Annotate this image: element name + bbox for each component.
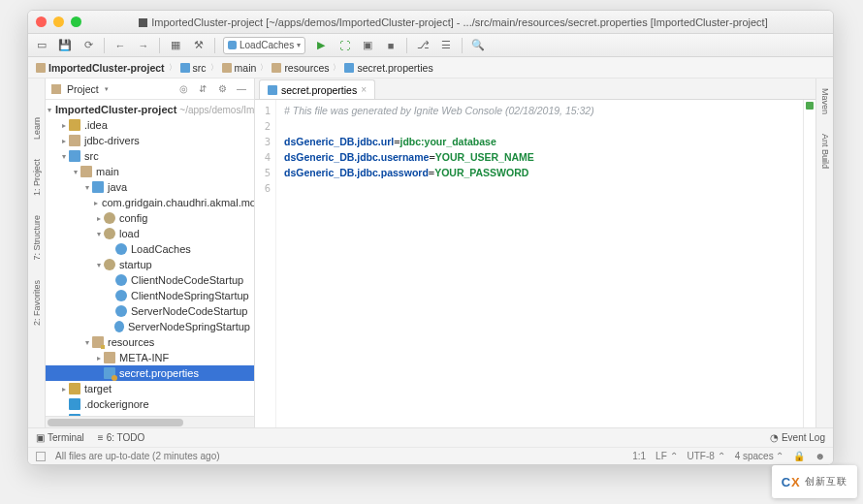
tree-load[interactable]: ▾load [46,226,254,241]
run-config-combo[interactable]: LoadCaches ▾ [223,37,305,54]
crumb-main[interactable]: main [222,62,257,74]
crumb-project[interactable]: ImportedCluster-project [36,62,165,74]
titlebar: ImportedCluster-project [~/apps/demos/Im… [28,11,833,34]
search-icon[interactable]: 🔍 [470,38,486,53]
main-toolbar: ▭ 💾 ⟳ ← → ▦ ⚒ LoadCaches ▾ ▶ ⛶ ▣ ■ ⎇ ☰ 🔍 [28,34,833,57]
window-title: ImportedCluster-project [~/apps/demos/Im… [81,16,825,28]
tree-src[interactable]: ▾src [46,148,254,164]
tree-secret[interactable]: secret.properties [46,365,254,381]
tree-startup[interactable]: ▾startup [46,257,254,272]
minimize-window-button[interactable] [53,16,64,27]
scrollbar-thumb[interactable] [48,419,183,426]
tree-jdbc[interactable]: ▸jdbc-drivers [46,133,254,148]
chevron-down-icon: ▾ [297,41,301,49]
sync-icon[interactable]: ⟳ [80,38,96,53]
tab-eventlog[interactable]: ◔ Event Log [770,432,825,443]
tab-maven[interactable]: Maven [820,88,830,114]
tree-dockerignore[interactable]: .dockerignore [46,396,254,412]
left-toolwindow-bar: Learn 1: Project 7: Structure 2: Favorit… [28,79,46,427]
tree-idea[interactable]: ▸.idea [46,117,254,133]
gear-icon[interactable]: ⚙ [215,83,229,94]
tree-java[interactable]: ▾java [46,179,254,195]
hammer-icon[interactable]: ⚒ [191,38,207,53]
right-toolwindow-bar: Maven Ant Build [815,79,833,427]
crumb-file[interactable]: secret.properties [344,62,432,74]
tab-project[interactable]: 1: Project [32,159,42,196]
runconfig-icon [228,41,237,49]
editor-tabs: secret.properties × [255,79,815,100]
tree-pkg[interactable]: ▸com.gridgain.chaudhri.akmal.model [46,195,254,210]
status-bar: All files are up-to-date (2 minutes ago)… [28,447,833,464]
folder-icon [36,63,46,73]
panel-title: Project [67,83,99,95]
zoom-window-button[interactable] [71,16,81,27]
vcs-icon[interactable]: ⎇ [415,38,431,53]
code-area[interactable]: # This file was generated by Ignite Web … [276,100,804,427]
tree-target[interactable]: ▸target [46,381,254,396]
tree-resources[interactable]: ▾resources [46,334,254,350]
breadcrumb: ImportedCluster-project 〉 src 〉 main 〉 r… [28,57,833,79]
watermark: CX 创新互联 [772,465,857,498]
save-icon[interactable]: 💾 [57,38,73,53]
bottom-toolwindow-bar: ▣ Terminal ≡ 6: TODO ◔ Event Log [28,427,833,447]
tab-todo[interactable]: ≡ 6: TODO [98,432,145,443]
status-encoding[interactable]: UTF-8 ⌃ [687,451,725,461]
run-config-label: LoadCaches [240,40,294,50]
crumb-resources[interactable]: resources [272,62,329,74]
debug-icon[interactable]: ⛶ [336,38,352,53]
folder-icon [51,84,61,94]
structure-icon[interactable]: ☰ [438,38,454,53]
tab-terminal[interactable]: ▣ Terminal [36,432,84,443]
folder-icon [222,63,232,73]
target-icon[interactable]: ◎ [176,83,190,94]
build-icon[interactable]: ▦ [168,38,183,53]
status-message: All files are up-to-date (2 minutes ago) [55,451,220,461]
tab-structure[interactable]: 7: Structure [32,215,42,261]
properties-icon [344,63,354,73]
editor-tab-secret[interactable]: secret.properties × [259,79,375,99]
back-icon[interactable]: ← [112,38,128,53]
tab-ant[interactable]: Ant Build [820,134,830,169]
analysis-ok-icon [806,102,814,110]
tree-main[interactable]: ▾main [46,164,254,179]
run-dashboard-icon[interactable]: ▣ [360,38,375,53]
run-icon[interactable]: ▶ [313,38,329,53]
status-indent[interactable]: 4 spaces ⌃ [735,451,784,461]
tree-s1[interactable]: ClientNodeCodeStartup [46,272,254,288]
project-icon [139,18,147,27]
tree-root[interactable]: ▾ImportedCluster-project~/apps/demos/Imp… [46,102,254,117]
tab-label: secret.properties [281,84,357,96]
tree-config[interactable]: ▸config [46,210,254,226]
open-icon[interactable]: ▭ [34,38,49,53]
properties-icon [268,85,277,95]
stop-icon[interactable]: ■ [383,38,399,53]
hector-icon[interactable]: ☻ [815,451,825,461]
folder-icon [180,63,190,73]
tab-learn[interactable]: Learn [32,117,42,140]
project-panel: Project ▾ ◎ ⇵ ⚙ — ▾ImportedCluster-proje… [46,79,255,427]
editor: secret.properties × 123456 # This file w… [255,79,815,427]
tree-metainf[interactable]: ▸META-INF [46,350,254,365]
tree-hscroll[interactable] [46,416,254,427]
status-caret[interactable]: 1:1 [632,451,646,461]
crumb-src[interactable]: src [180,62,207,74]
folder-icon [272,63,281,73]
tab-favorites[interactable]: 2: Favorites [32,280,42,326]
project-tree[interactable]: ▾ImportedCluster-project~/apps/demos/Imp… [46,100,254,416]
lock-icon[interactable]: 🔒 [793,451,805,461]
hide-icon[interactable]: — [235,83,248,94]
gutter: 123456 [255,100,276,427]
tree-s3[interactable]: ServerNodeCodeStartup [46,303,254,319]
forward-icon[interactable]: → [136,38,151,53]
close-window-button[interactable] [36,16,47,27]
status-lineending[interactable]: LF ⌃ [655,451,677,461]
chevron-down-icon[interactable]: ▾ [105,85,109,93]
marks-stripe [804,100,815,427]
status-box-icon[interactable] [36,452,46,461]
tree-s4[interactable]: ServerNodeSpringStartup [46,319,254,334]
project-panel-header: Project ▾ ◎ ⇵ ⚙ — [46,79,254,100]
tree-loadcaches[interactable]: LoadCaches [46,241,254,257]
tree-s2[interactable]: ClientNodeSpringStartup [46,288,254,303]
collapse-icon[interactable]: ⇵ [196,83,209,94]
close-tab-icon[interactable]: × [361,84,367,95]
